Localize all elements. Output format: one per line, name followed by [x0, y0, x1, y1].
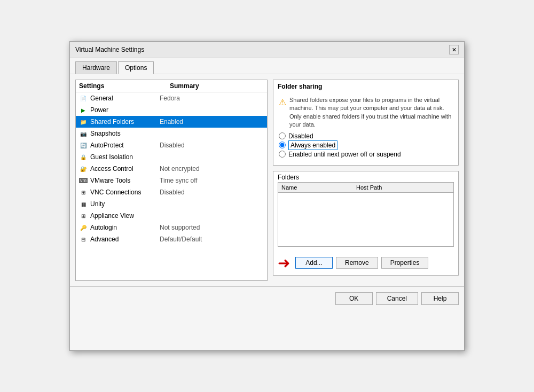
tab-options[interactable]: Options: [118, 61, 154, 74]
add-button[interactable]: Add...: [295, 257, 333, 269]
tabs-row: Hardware Options: [70, 58, 464, 74]
folders-table: Name Host Path: [278, 182, 454, 247]
warning-icon: ⚠: [279, 97, 286, 129]
snapshots-icon: 📷: [79, 129, 88, 138]
col-name-header: Name: [281, 184, 356, 191]
tab-hardware[interactable]: Hardware: [75, 61, 117, 74]
radio-always-label: Always enabled: [288, 142, 337, 149]
radio-always-enabled[interactable]: [279, 142, 286, 148]
left-panel-header: Settings Summary: [76, 80, 267, 92]
unity-icon: ▦: [79, 200, 88, 208]
properties-button[interactable]: Properties: [381, 257, 429, 269]
cancel-button[interactable]: Cancel: [376, 292, 418, 305]
radio-disabled-label[interactable]: Disabled: [288, 132, 313, 140]
vnc-connections-icon: ⊞: [79, 188, 88, 197]
arrow-indicator: ➜: [278, 254, 290, 272]
guest-isolation-name: Guest Isolation: [90, 153, 160, 161]
autologin-icon: 🔑: [79, 223, 88, 232]
autoprotect-name: AutoProtect: [90, 142, 160, 149]
general-summary: Fedora: [160, 95, 264, 102]
warning-row: ⚠ Shared folders expose your files to pr…: [279, 96, 453, 129]
appliance-view-name: Appliance View: [90, 212, 160, 219]
folders-table-body: [278, 193, 453, 246]
col-host-header: Host Path: [356, 184, 450, 191]
settings-list: 📄GeneralFedora▶Power📁Shared FoldersEnabl…: [76, 92, 267, 245]
settings-item-vmware-tools[interactable]: vmVMware ToolsTime sync off: [76, 175, 267, 186]
settings-item-appliance-view[interactable]: ⊞Appliance View: [76, 210, 267, 222]
access-control-name: Access Control: [90, 165, 160, 173]
access-control-icon: 🔐: [79, 164, 88, 173]
window-title: Virtual Machine Settings: [75, 46, 144, 53]
appliance-view-icon: ⊞: [79, 211, 88, 220]
content-area: Settings Summary 📄GeneralFedora▶Power📁Sh…: [70, 74, 464, 286]
right-panel: Folder sharing ⚠ Shared folders expose y…: [273, 80, 459, 281]
vnc-connections-name: VNC Connections: [90, 189, 160, 196]
col-summary-header: Summary: [170, 82, 264, 90]
vnc-connections-summary: Disabled: [160, 189, 264, 196]
advanced-name: Advanced: [90, 236, 160, 243]
settings-item-power[interactable]: ▶Power: [76, 104, 267, 116]
radio-enabled-until[interactable]: [279, 151, 286, 158]
settings-item-access-control[interactable]: 🔐Access ControlNot encrypted: [76, 163, 267, 175]
close-button[interactable]: ✕: [449, 45, 459, 54]
power-icon: ▶: [79, 106, 88, 114]
radio-always-row: Always enabled: [279, 142, 453, 149]
autoprotect-icon: 🔄: [79, 141, 88, 150]
settings-item-advanced[interactable]: ⊟AdvancedDefault/Default: [76, 233, 267, 245]
title-bar: Virtual Machine Settings ✕: [70, 42, 464, 58]
settings-item-guest-isolation[interactable]: 🔒Guest Isolation: [76, 151, 267, 163]
remove-button[interactable]: Remove: [336, 257, 378, 269]
vmware-tools-summary: Time sync off: [160, 177, 264, 184]
help-button[interactable]: Help: [421, 292, 459, 305]
access-control-summary: Not encrypted: [160, 165, 264, 173]
folders-section: Folders Name Host Path ➜ Add... Remove P…: [273, 171, 459, 276]
settings-item-snapshots[interactable]: 📷Snapshots: [76, 128, 267, 139]
general-name: General: [90, 95, 160, 102]
autologin-summary: Not supported: [160, 224, 264, 231]
ok-button[interactable]: OK: [335, 292, 373, 305]
snapshots-name: Snapshots: [90, 130, 160, 137]
left-panel: Settings Summary 📄GeneralFedora▶Power📁Sh…: [75, 80, 268, 281]
guest-isolation-icon: 🔒: [79, 153, 88, 161]
warning-text: Shared folders expose your files to prog…: [289, 96, 453, 129]
shared-folders-summary: Enabled: [160, 118, 264, 126]
settings-item-shared-folders[interactable]: 📁Shared FoldersEnabled: [76, 116, 267, 128]
settings-item-general[interactable]: 📄GeneralFedora: [76, 92, 267, 104]
vmware-tools-icon: vm: [79, 176, 88, 185]
radio-always-text[interactable]: Always enabled: [288, 140, 337, 150]
radio-until-label[interactable]: Enabled until next power off or suspend: [288, 151, 401, 158]
folders-table-header: Name Host Path: [278, 183, 453, 193]
radio-disabled-row: Disabled: [279, 132, 453, 140]
general-icon: 📄: [79, 94, 88, 103]
folder-sharing-content: ⚠ Shared folders expose your files to pr…: [273, 93, 458, 165]
folder-sharing-section: Folder sharing ⚠ Shared folders expose y…: [273, 80, 459, 166]
col-settings-header: Settings: [79, 82, 170, 90]
folder-sharing-title: Folder sharing: [273, 80, 458, 93]
settings-item-autologin[interactable]: 🔑AutologinNot supported: [76, 222, 267, 233]
power-name: Power: [90, 106, 160, 114]
advanced-icon: ⊟: [79, 235, 88, 244]
bottom-bar: OK Cancel Help: [70, 286, 464, 310]
folders-buttons: ➜ Add... Remove Properties: [273, 251, 458, 275]
settings-item-unity[interactable]: ▦Unity: [76, 198, 267, 210]
autoprotect-summary: Disabled: [160, 142, 264, 149]
unity-name: Unity: [90, 200, 160, 208]
vmware-tools-name: VMware Tools: [90, 177, 160, 184]
radio-until-row: Enabled until next power off or suspend: [279, 151, 453, 158]
radio-disabled[interactable]: [279, 132, 286, 139]
advanced-summary: Default/Default: [160, 236, 264, 243]
settings-item-autoprotect[interactable]: 🔄AutoProtectDisabled: [76, 139, 267, 151]
folders-section-title: Folders: [273, 171, 458, 182]
shared-folders-icon: 📁: [79, 117, 88, 126]
shared-folders-name: Shared Folders: [90, 118, 160, 126]
dialog-window: Virtual Machine Settings ✕ Hardware Opti…: [69, 41, 465, 351]
settings-item-vnc-connections[interactable]: ⊞VNC ConnectionsDisabled: [76, 186, 267, 198]
autologin-name: Autologin: [90, 224, 160, 231]
